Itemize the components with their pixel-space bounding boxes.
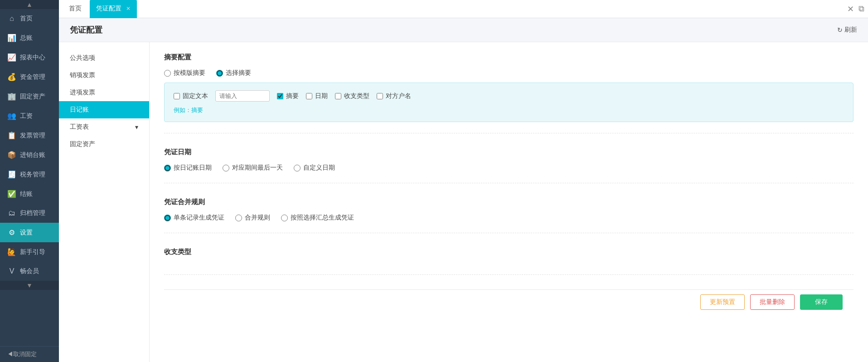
left-nav-journal[interactable]: 日记账 [59,101,149,118]
tab-home[interactable]: 首页 [63,0,88,18]
select-abstract-input[interactable] [216,70,223,77]
sidebar-unpin-button[interactable]: ◀取消固定 [0,346,59,362]
merge-rule-input[interactable] [235,215,242,221]
sidebar-item-fixed-assets[interactable]: 🏢 固定资产 [0,87,59,106]
fixed-assets-icon: 🏢 [7,92,16,101]
date-section-title: 凭证日期 [164,148,853,157]
left-nav-label: 工资表 [70,123,89,131]
sidebar-item-label: 畅会员 [20,267,39,275]
abstract-checkbox-input[interactable] [277,93,283,99]
single-record-input[interactable] [164,215,171,221]
sidebar-item-guide[interactable]: 🙋 新手引导 [0,242,59,262]
sidebar-item-reports[interactable]: 📈 报表中心 [0,48,59,67]
sidebar-item-funds[interactable]: 💰 资金管理 [0,67,59,87]
example-prefix: 例如： [174,107,191,113]
tab-close-icon[interactable]: ✕ [126,5,131,12]
date-checkbox[interactable]: 日期 [306,92,328,100]
window-close-icon[interactable]: ✕ [847,4,854,14]
custom-date-input[interactable] [294,165,301,171]
counterpart-label: 对方户名 [386,92,411,100]
payment-type-label: 收支类型 [344,92,369,100]
fixed-text-label: 固定文本 [183,92,208,100]
sidebar-item-label: 报表中心 [20,54,45,62]
payment-type-input[interactable] [335,93,341,99]
left-nav-sales-invoice[interactable]: 销项发票 [59,67,149,84]
invoice-mgmt-icon: 📋 [7,131,16,140]
last-day-radio[interactable]: 对应期间最后一天 [223,164,283,172]
by-journal-date-radio[interactable]: 按日记账日期 [164,164,212,172]
sidebar-item-home[interactable]: ⌂ 首页 [0,9,59,28]
left-nav-label: 销项发票 [70,71,95,79]
select-abstract-radio[interactable]: 选择摘要 [216,69,251,77]
sidebar-item-vip[interactable]: V 畅会员 [0,262,59,281]
custom-date-radio[interactable]: 自定义日期 [294,164,335,172]
fixed-text-field[interactable] [215,90,270,102]
abstract-section-title: 摘要配置 [164,53,853,62]
counterpart-input[interactable] [377,93,383,99]
left-nav: 公共选项 销项发票 进项发票 日记账 工资表 ▾ 固定资产 [59,42,150,362]
tab-home-label: 首页 [69,5,82,13]
merge-rule-radio[interactable]: 合并规则 [235,214,270,222]
right-content: 摘要配置 按模版摘要 选择摘要 [150,42,868,362]
payment-type-checkbox[interactable]: 收支类型 [335,92,369,100]
date-checkbox-input[interactable] [306,93,312,99]
by-journal-date-label: 按日记账日期 [174,164,212,172]
sidebar-scroll-down[interactable]: ▼ [0,281,59,290]
sidebar-item-settlement[interactable]: ✅ 结账 [0,184,59,204]
content-area: 凭证配置 ↻ 刷新 公共选项 销项发票 进项发票 日记账 [59,18,868,362]
sidebar-item-label: 固定资产 [20,93,45,101]
fixed-text-checkbox[interactable]: 固定文本 [174,92,208,100]
abstract-radio-group: 按模版摘要 选择摘要 [164,69,853,77]
sidebar-item-archive[interactable]: 🗂 归档管理 [0,204,59,223]
archive-icon: 🗂 [7,209,16,217]
select-abstract-label: 选择摘要 [226,69,251,77]
vip-icon: V [7,267,16,275]
sidebar-item-ledger[interactable]: 📊 总账 [0,28,59,48]
window-restore-icon[interactable]: ⧉ [858,4,864,14]
left-nav-fixed-assets[interactable]: 固定资产 [59,136,149,153]
template-abstract-radio[interactable]: 按模版摘要 [164,69,205,77]
tax-mgmt-icon: 🧾 [7,170,16,179]
select-summary-input[interactable] [281,215,288,221]
example-value: 摘要 [191,107,203,113]
select-summary-label: 按照选择汇总生成凭证 [291,214,354,222]
by-journal-date-input[interactable] [164,165,171,171]
page-title: 凭证配置 [70,24,102,35]
left-nav-label: 日记账 [70,106,89,114]
income-type-title: 收支类型 [164,248,853,256]
sidebar-item-tax-mgmt[interactable]: 🧾 税务管理 [0,165,59,184]
tab-voucher-config[interactable]: 凭证配置 ✕ [90,0,137,18]
sidebar-item-sales-ledger[interactable]: 📦 进销台账 [0,145,59,165]
sidebar-item-settings[interactable]: ⚙ 设置 [0,223,59,242]
main-area: 首页 凭证配置 ✕ ✕ ⧉ 凭证配置 ↻ 刷新 公共选项 [59,0,868,362]
template-abstract-label: 按模版摘要 [174,69,205,77]
refresh-button[interactable]: ↻ 刷新 [837,26,857,34]
left-nav-purchase-invoice[interactable]: 进项发票 [59,84,149,101]
sidebar-item-invoice-mgmt[interactable]: 📋 发票管理 [0,126,59,145]
last-day-input[interactable] [223,165,229,171]
left-nav-public-options[interactable]: 公共选项 [59,49,149,67]
custom-date-label: 自定义日期 [303,164,335,172]
home-icon: ⌂ [7,15,16,23]
sidebar-item-label: 发票管理 [20,132,45,140]
left-nav-payroll-table[interactable]: 工资表 ▾ [59,118,149,136]
batch-delete-button[interactable]: 批量删除 [750,294,795,310]
update-preview-button[interactable]: 更新预置 [700,294,745,310]
merge-rule-label: 合并规则 [245,214,270,222]
save-button[interactable]: 保存 [800,294,843,310]
refresh-icon: ↻ [837,26,843,34]
sidebar-item-payroll[interactable]: 👥 工资 [0,106,59,126]
select-summary-radio[interactable]: 按照选择汇总生成凭证 [281,214,354,222]
tab-bar-right: ✕ ⧉ [847,4,864,14]
abstract-checkbox[interactable]: 摘要 [277,92,299,100]
sidebar-scroll-up[interactable]: ▲ [0,0,59,9]
reports-icon: 📈 [7,53,16,62]
date-checkbox-label: 日期 [315,92,328,100]
single-record-radio[interactable]: 单条记录生成凭证 [164,214,224,222]
counterpart-checkbox[interactable]: 对方户名 [377,92,411,100]
merge-section: 凭证合并规则 单条记录生成凭证 合并规则 按照选择汇总生成凭证 [164,198,853,233]
tab-bar: 首页 凭证配置 ✕ ✕ ⧉ [59,0,868,18]
template-abstract-input[interactable] [164,70,171,77]
payroll-icon: 👥 [7,112,16,120]
fixed-text-input[interactable] [174,93,180,99]
